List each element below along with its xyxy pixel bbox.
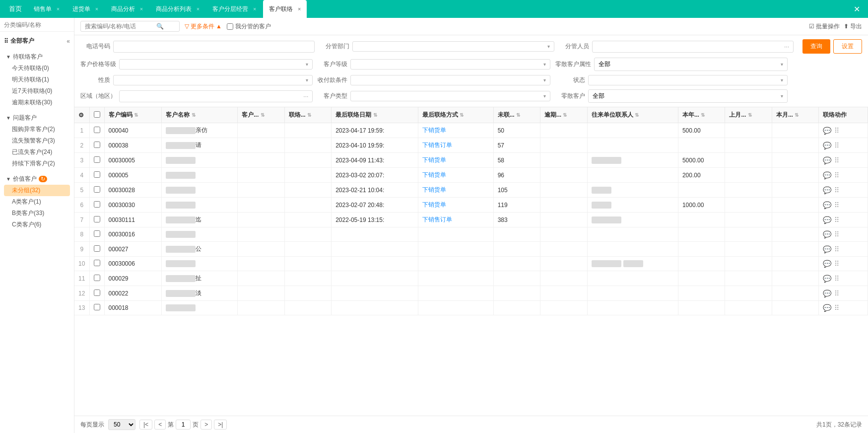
col-this-month[interactable]: 本月... ⇅ [772, 107, 818, 123]
sidebar-item-b-class[interactable]: B类客户(33) [4, 208, 70, 219]
filter-search-icon[interactable]: 🔍 [156, 23, 164, 30]
filter-my-customers-checkbox[interactable]: 我分管的客户 [227, 22, 271, 31]
contact-action-icon[interactable]: 💬 [823, 289, 831, 297]
row-checkbox[interactable] [94, 216, 100, 222]
filter-nature-select[interactable]: ▾ [113, 75, 313, 85]
first-page-btn[interactable]: |< [139, 420, 152, 430]
contact-action-icon[interactable]: 💬 [823, 230, 831, 238]
nav-tab-customer-contact[interactable]: 客户联络 × [263, 0, 307, 18]
contact-action-icon[interactable]: 💬 [823, 275, 831, 283]
last-contact-type-link[interactable]: 下销货单 [422, 127, 446, 134]
more-action-icon[interactable]: ⠿ [834, 186, 839, 194]
more-action-icon[interactable]: ⠿ [834, 304, 839, 312]
col-code[interactable]: 客户编码 ⇅ [104, 107, 162, 123]
col-contact-info[interactable]: 联络... ⇅ [284, 107, 331, 123]
row-checkbox[interactable] [94, 201, 100, 208]
col-last-month[interactable]: 上月... ⇅ [725, 107, 772, 123]
reset-button[interactable]: 设置 [833, 39, 862, 54]
sidebar-search-input[interactable] [4, 21, 74, 28]
col-uncontacted[interactable]: 未联... ⇅ [493, 107, 540, 123]
filter-phone-input[interactable] [113, 41, 315, 53]
row-checkbox[interactable] [94, 171, 100, 178]
row-checkbox[interactable] [94, 245, 100, 252]
last-contact-type-link[interactable]: 下销货单 [422, 171, 446, 178]
close-tab-analysis-icon[interactable]: × [140, 6, 143, 12]
row-checkbox[interactable] [94, 127, 100, 133]
close-tab-customer-segment-icon[interactable]: × [253, 6, 256, 12]
row-checkbox[interactable] [94, 260, 100, 266]
sidebar-item-churned[interactable]: 已流失客户(24) [4, 146, 70, 158]
more-action-icon[interactable]: ⠿ [834, 127, 839, 135]
more-action-icon[interactable]: ⠿ [834, 171, 839, 179]
more-action-icon[interactable]: ⠿ [834, 245, 839, 253]
my-customers-check[interactable] [227, 23, 233, 30]
col-overdue[interactable]: 逾期... ⇅ [540, 107, 587, 123]
sidebar-item-overdue[interactable]: 逾期未联络(30) [4, 97, 70, 108]
contact-action-icon[interactable]: 💬 [823, 171, 831, 179]
sidebar-item-churn-warning[interactable]: 流失预警客户(3) [4, 135, 70, 146]
contact-action-icon[interactable]: 💬 [823, 245, 831, 253]
batch-ops-button[interactable]: ☑ 批量操作 [809, 22, 840, 31]
col-contact-person[interactable]: 往来单位联系人 ⇅ [587, 107, 678, 123]
more-action-icon[interactable]: ⠿ [834, 289, 839, 297]
next-page-btn[interactable]: > [200, 420, 212, 430]
contact-action-icon[interactable]: 💬 [823, 186, 831, 194]
contact-action-icon[interactable]: 💬 [823, 201, 831, 209]
dots-icon2[interactable]: ··· [303, 93, 308, 100]
close-tab-customer-contact-icon[interactable]: × [298, 6, 301, 12]
nav-home[interactable]: 首页 [4, 0, 27, 18]
row-checkbox[interactable] [94, 230, 100, 237]
filter-more-conditions[interactable]: ▽ 更多条件 ▲ [185, 22, 222, 31]
sidebar-item-7days[interactable]: 近7天待联络(0) [4, 85, 70, 97]
last-contact-type-link[interactable]: 下销货单 [422, 201, 446, 208]
filter-retail-attr-select[interactable]: 全部▾ [594, 58, 788, 71]
col-last-method[interactable]: 最后联络方式 ⇅ [418, 107, 493, 123]
contact-action-icon[interactable]: 💬 [823, 304, 831, 312]
col-cust-type[interactable]: 客户... ⇅ [238, 107, 284, 123]
more-action-icon[interactable]: ⠿ [834, 201, 839, 209]
contact-action-icon[interactable]: 💬 [823, 127, 831, 135]
last-page-btn[interactable]: >| [214, 420, 227, 430]
filter-payment-select[interactable]: ▾ [350, 75, 550, 85]
window-close-icon[interactable]: ✕ [850, 4, 864, 14]
row-checkbox[interactable] [94, 289, 100, 296]
nav-tab-purchase[interactable]: 进货单 × [67, 0, 104, 18]
filter-region-select[interactable]: ··· [119, 90, 313, 102]
more-action-icon[interactable]: ⠿ [834, 156, 839, 164]
more-action-icon[interactable]: ⠿ [834, 275, 839, 283]
nav-tab-analysis-list[interactable]: 商品分析列表 × [150, 0, 205, 18]
last-contact-type-link[interactable]: 下销售订单 [422, 142, 452, 148]
sidebar-item-tomorrow[interactable]: 明天待联络(1) [4, 74, 70, 85]
select-all-checkbox[interactable] [94, 111, 100, 118]
sidebar-all-customers[interactable]: ⠿ 全部客户 « [4, 35, 70, 47]
nav-tab-sales[interactable]: 销售单 × [28, 0, 66, 18]
row-checkbox[interactable] [94, 142, 100, 148]
sidebar-item-abnormal[interactable]: 囤购异常客户(2) [4, 124, 70, 135]
filter-cust-level-select[interactable]: ▾ [350, 59, 550, 70]
close-tab-purchase-icon[interactable]: × [95, 6, 98, 12]
more-action-icon[interactable]: ⠿ [834, 230, 839, 238]
refresh-badge[interactable]: ↻ [39, 176, 47, 182]
filter-status-select[interactable]: ▾ [588, 75, 788, 85]
sidebar-item-today[interactable]: 今天待联络(0) [4, 63, 70, 74]
col-this-year[interactable]: 本年... ⇅ [678, 107, 725, 123]
more-action-icon[interactable]: ⠿ [834, 216, 839, 224]
col-name[interactable]: 客户名称 ⇅ [162, 107, 238, 123]
last-contact-type-link[interactable]: 下销货单 [422, 156, 446, 163]
filter-cust-type-select[interactable]: ▾ [350, 91, 550, 101]
more-action-icon[interactable]: ⠿ [834, 260, 839, 268]
sidebar-collapse-btn[interactable]: « [67, 38, 70, 45]
sidebar-item-a-class[interactable]: A类客户(1) [4, 196, 70, 208]
sidebar-problem-title[interactable]: ▼ 问题客户 [4, 112, 70, 124]
dots-icon[interactable]: ··· [784, 43, 789, 50]
filter-manager-select[interactable]: ··· [592, 41, 794, 53]
nav-tab-analysis[interactable]: 商品分析 × [105, 0, 149, 18]
row-checkbox[interactable] [94, 304, 100, 310]
sidebar-item-declining[interactable]: 持续下滑客户(2) [4, 158, 70, 169]
filter-retail-cust-select[interactable]: 全部▾ [588, 89, 788, 103]
contact-action-icon[interactable]: 💬 [823, 156, 831, 164]
col-last-date[interactable]: 最后联络日期 ⇅ [332, 107, 418, 123]
filter-price-select[interactable]: ▾ [119, 59, 313, 70]
sidebar-value-title[interactable]: ▼ 价值客户 ↻ [4, 173, 70, 185]
more-action-icon[interactable]: ⠿ [834, 142, 839, 149]
